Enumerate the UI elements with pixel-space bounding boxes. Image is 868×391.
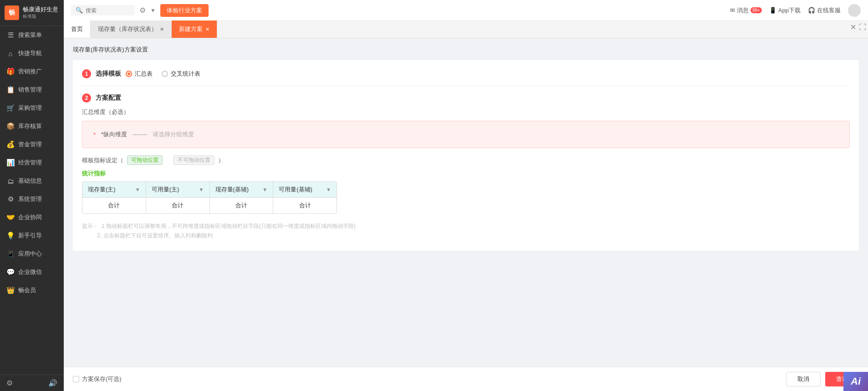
enterprise-icon: 🤝: [6, 213, 15, 221]
main-area: 🔍 ⚙ ▼ 体验行业方案 ✉ 消息 99+ 📱 App下载 🎧 在线客服: [64, 0, 868, 391]
sidebar-item-quick-nav[interactable]: ⌂ 快捷导航: [0, 44, 64, 62]
tab-new-scheme[interactable]: 新建方案 ✕: [172, 21, 217, 38]
hint1: 提示： 1.拖动标题栏可以调整布局，不可跨维度或指标区域拖动栏目字段(只能在同一…: [82, 222, 850, 230]
save-check[interactable]: 方案保存(可选): [73, 375, 122, 383]
sidebar-item-marketing[interactable]: 🎁 营销推广: [0, 62, 64, 81]
sidebar-item-finance[interactable]: 💰 资金管理: [0, 135, 64, 154]
sidebar-item-sales[interactable]: 📋 销售管理: [0, 81, 64, 99]
sidebar-item-label: 企业协同: [18, 213, 42, 221]
stats-col-0-label: 现存量(主): [88, 185, 116, 194]
expand-window-icon[interactable]: ⛶: [859, 23, 866, 31]
tabbar: 首页 现存量（库存状况表） ✕ 新建方案 ✕: [64, 21, 868, 38]
search-box[interactable]: 🔍: [71, 5, 135, 15]
sidebar-item-label: 新手引导: [18, 232, 42, 240]
drag-badge: 可拖动位置: [127, 155, 163, 165]
sidebar-logo: 畅 畅康通好生意 标准版: [0, 0, 64, 26]
no-drag-badge: 不可拖动位置: [174, 155, 214, 165]
sidebar-item-label: 搜索菜单: [18, 31, 42, 39]
stats-col-body-2: 合计: [210, 197, 274, 213]
stats-col-2-label: 现存量(基辅): [215, 185, 249, 194]
sidebar-item-operations[interactable]: 📊 经营管理: [0, 154, 64, 172]
message-btn[interactable]: ✉ 消息 99+: [730, 6, 762, 15]
sidebar-item-search-menu[interactable]: ☰ 搜索菜单: [0, 26, 64, 44]
dim-row: * *纵向维度 —— 请选择分组维度: [93, 130, 838, 139]
sidebar-item-basic-info[interactable]: 🗂 基础信息: [0, 172, 64, 190]
save-label: 方案保存(可选): [82, 375, 122, 383]
dim-required-box[interactable]: * *纵向维度 —— 请选择分组维度: [82, 121, 850, 148]
logo-letter: 畅: [9, 9, 15, 17]
sidebar-item-label: 应用中心: [18, 250, 42, 258]
step2-badge: 2: [82, 93, 91, 103]
trial-btn[interactable]: 体验行业方案: [160, 4, 209, 17]
user-avatar[interactable]: [848, 4, 861, 17]
dim-placeholder: 请选择分组维度: [153, 130, 194, 139]
save-checkbox[interactable]: [73, 376, 79, 382]
sidebar-item-app-center[interactable]: 📱 应用中心: [0, 245, 64, 263]
sidebar-item-purchase[interactable]: 🛒 采购管理: [0, 99, 64, 117]
tab-inventory-status[interactable]: 现存量（库存状况表） ✕: [91, 21, 172, 38]
message-label: 消息: [737, 6, 749, 15]
step1-title: 选择模板: [96, 70, 121, 78]
sidebar-item-label: 畅会员: [18, 286, 36, 294]
required-star: *: [93, 131, 96, 138]
search-input[interactable]: [86, 7, 122, 14]
ai-badge[interactable]: Ai: [843, 372, 868, 391]
indicator-setting: 模板指标设定（ 可拖动位置 不可拖动位置 ）: [82, 155, 850, 165]
online-service-btn[interactable]: 🎧 在线客服: [808, 6, 841, 15]
tab-inventory-status-label: 现存量（库存状况表）: [98, 25, 157, 33]
cancel-button[interactable]: 取消: [786, 372, 821, 386]
sidebar-item-label: 企业微信: [18, 268, 42, 276]
sidebar-item-inventory[interactable]: 📦 库存核算: [0, 117, 64, 135]
stats-table: 现存量(主) ▼ 可用量(主) ▼ 现存量(基辅) ▼ 可用量(基辅): [82, 181, 337, 214]
stats-col-header-1[interactable]: 可用量(主) ▼: [146, 182, 210, 197]
chevron-down-icon-0: ▼: [135, 187, 140, 192]
sidebar-item-label: 快捷导航: [18, 49, 42, 57]
step1-header: 1 选择模板 汇总表 交叉统计表: [82, 69, 850, 78]
sidebar-item-system[interactable]: ⚙ 系统管理: [0, 190, 64, 208]
stats-col-header-0[interactable]: 现存量(主) ▼: [82, 182, 146, 197]
message-icon: ✉: [730, 7, 735, 14]
hint2: 2. 点击标题栏下拉可设置排序、插入列和删除列: [82, 232, 850, 240]
tab-inventory-status-close[interactable]: ✕: [160, 26, 164, 32]
speaker-icon[interactable]: 🔊: [48, 379, 57, 387]
footer-bar: 方案保存(可选) 取消 查询: [64, 367, 868, 391]
app-center-icon: 📱: [6, 250, 15, 258]
stats-col-1-label: 可用量(主): [152, 185, 179, 194]
sidebar-item-label: 销售管理: [18, 86, 42, 94]
logo-icon: 畅: [5, 5, 19, 20]
sidebar-nav: ☰ 搜索菜单 ⌂ 快捷导航 🎁 营销推广 📋 销售管理 🛒 采购管理 📦 库存核…: [0, 26, 64, 375]
settings-icon[interactable]: ⚙: [6, 379, 13, 387]
stats-col-body-3: 合计: [273, 197, 337, 213]
inventory-icon: 📦: [6, 122, 15, 130]
topbar-right: ✉ 消息 99+ 📱 App下载 🎧 在线客服: [730, 4, 861, 17]
radio-cross[interactable]: 交叉统计表: [162, 70, 200, 78]
basic-info-icon: 🗂: [6, 177, 15, 185]
gear-icon[interactable]: ⚙: [139, 6, 146, 15]
topbar-dropdown-icon[interactable]: ▼: [150, 7, 156, 14]
chevron-down-icon-3: ▼: [326, 187, 331, 192]
tab-home[interactable]: 首页: [64, 21, 91, 38]
vertical-dim-label: *纵向维度: [101, 130, 127, 139]
member-icon: 👑: [6, 286, 15, 294]
message-badge: 99+: [751, 7, 762, 13]
app-download-btn[interactable]: 📱 App下载: [769, 6, 801, 15]
search-menu-icon: ☰: [6, 31, 15, 39]
content-area: 现存量(库存状况表)方案设置 1 选择模板 汇总表 交叉统计表: [64, 38, 868, 367]
operations-icon: 📊: [6, 159, 15, 167]
sidebar-item-enterprise[interactable]: 🤝 企业协同: [0, 208, 64, 226]
tab-new-scheme-close[interactable]: ✕: [205, 26, 209, 32]
step1-badge: 1: [82, 69, 91, 78]
tab-new-scheme-label: 新建方案: [179, 25, 203, 33]
sidebar-item-guide[interactable]: 💡 新手引导: [0, 226, 64, 245]
online-service-label: 在线客服: [817, 6, 841, 15]
sidebar-item-wechat[interactable]: 💬 企业微信: [0, 263, 64, 281]
step2-title: 方案配置: [96, 94, 121, 102]
radio-summary-dot: [126, 71, 132, 77]
stats-col-header-2[interactable]: 现存量(基辅) ▼: [210, 182, 274, 197]
stats-col-header-3[interactable]: 可用量(基辅) ▼: [273, 182, 337, 197]
radio-summary[interactable]: 汇总表: [126, 70, 153, 78]
sidebar-item-label: 库存核算: [18, 122, 42, 130]
close-window-icon[interactable]: ✕: [850, 23, 856, 31]
sidebar-item-member[interactable]: 👑 畅会员: [0, 281, 64, 299]
wechat-icon: 💬: [6, 268, 15, 276]
